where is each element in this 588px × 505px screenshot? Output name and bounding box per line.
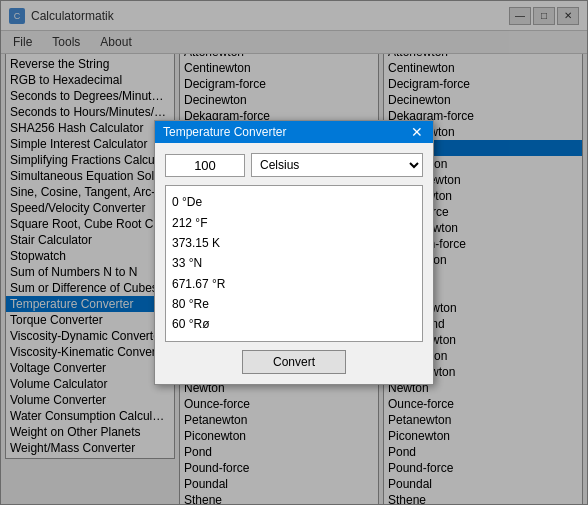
convert-button[interactable]: Convert: [242, 350, 346, 374]
result-item: 671.67 °R: [172, 274, 416, 294]
modal-overlay: Temperature Converter ✕ CelsiusFahrenhei…: [0, 0, 588, 505]
modal-input-row: CelsiusFahrenheitKelvinNewtonRankineRéau…: [165, 153, 423, 177]
temperature-input[interactable]: [165, 154, 245, 177]
modal-results: 0 °De212 °F373.15 K33 °N671.67 °R80 °Re6…: [165, 185, 423, 342]
result-item: 373.15 K: [172, 233, 416, 253]
result-item: 60 °Rø: [172, 314, 416, 334]
temperature-converter-modal: Temperature Converter ✕ CelsiusFahrenhei…: [154, 120, 434, 385]
modal-title: Temperature Converter: [163, 125, 286, 139]
result-item: 0 °De: [172, 192, 416, 212]
result-item: 212 °F: [172, 213, 416, 233]
modal-titlebar: Temperature Converter ✕: [155, 121, 433, 143]
result-item: 80 °Re: [172, 294, 416, 314]
unit-select[interactable]: CelsiusFahrenheitKelvinNewtonRankineRéau…: [251, 153, 423, 177]
modal-close-button[interactable]: ✕: [409, 125, 425, 139]
modal-body: CelsiusFahrenheitKelvinNewtonRankineRéau…: [155, 143, 433, 384]
result-item: 33 °N: [172, 253, 416, 273]
